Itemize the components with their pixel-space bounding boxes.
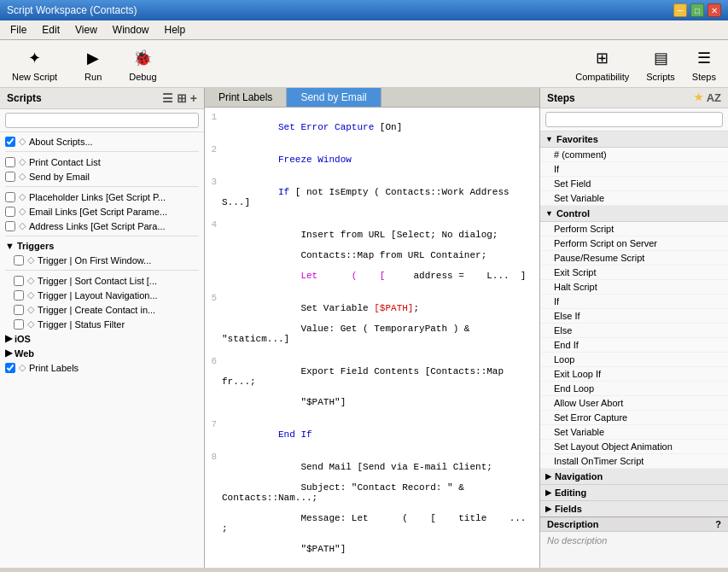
menu-item-edit[interactable]: Edit <box>35 22 67 38</box>
compatibility-button[interactable]: ⊞ Compatibility <box>570 43 634 85</box>
step-comment[interactable]: # (comment) <box>540 148 728 162</box>
main-container: Scripts ☰ ⊞ + ◇ About Scripts... ◇ Print… <box>0 88 728 568</box>
steps-button[interactable]: ☰ Steps <box>687 43 721 85</box>
scripts-add-icon[interactable]: + <box>190 91 197 105</box>
step-perform-script[interactable]: Perform Script <box>540 222 728 236</box>
step-perform-script-server[interactable]: Perform Script on Server <box>540 236 728 251</box>
step-allow-user-abort[interactable]: Allow User Abort <box>540 396 728 411</box>
scripts-search-input[interactable] <box>5 113 199 128</box>
script-group-web[interactable]: ▶ Web <box>0 346 204 360</box>
description-header: Description ? <box>540 517 728 532</box>
menu-item-help[interactable]: Help <box>158 22 193 38</box>
step-set-variable-fav[interactable]: Set Variable <box>540 191 728 206</box>
script-item-placeholder[interactable]: ◇ Placeholder Links [Get Script P... <box>0 190 204 204</box>
script-checkbox-trigger-sort[interactable] <box>14 276 24 286</box>
category-editing[interactable]: ▶ Editing <box>540 485 728 501</box>
script-item-about[interactable]: ◇ About Scripts... <box>0 134 204 149</box>
menu-item-view[interactable]: View <box>68 22 104 38</box>
script-label-email-links: Email Links [Get Script Parame... <box>29 207 167 217</box>
script-checkbox-about[interactable] <box>5 137 15 147</box>
code-line-5: 5 Set Variable [$PATH]; Value: Get ( Tem… <box>205 292 539 355</box>
tab-print-labels[interactable]: Print Labels <box>205 88 287 107</box>
step-end-if[interactable]: End If <box>540 338 728 353</box>
script-item-address-links[interactable]: ◇ Address Links [Get Script Para... <box>0 219 204 233</box>
star-icon[interactable]: ★ <box>694 91 703 104</box>
scripts-panel-title: Scripts <box>7 92 42 104</box>
script-group-triggers[interactable]: ▼ Triggers <box>0 239 204 253</box>
step-halt-script[interactable]: Halt Script <box>540 280 728 295</box>
scripts-label: Scripts <box>646 72 675 82</box>
run-button[interactable]: ▶ Run <box>76 43 110 85</box>
code-line-3: 3 If [ not IsEmpty ( Contacts::Work Addr… <box>205 176 539 219</box>
minimize-button[interactable]: ─ <box>673 3 687 17</box>
script-checkbox-email-links[interactable] <box>5 207 15 217</box>
az-sort-icon[interactable]: AZ <box>707 91 721 104</box>
script-checkbox-print-contact[interactable] <box>5 157 15 167</box>
close-button[interactable]: ✕ <box>708 3 721 17</box>
script-label-print-labels: Print Labels <box>29 363 79 373</box>
menu-bar: FileEditViewWindowHelp <box>0 20 728 40</box>
step-if[interactable]: If <box>540 295 728 309</box>
script-item-trigger-status[interactable]: ◇ Trigger | Status Filter <box>0 317 204 331</box>
menu-item-window[interactable]: Window <box>106 22 156 38</box>
script-icon-trigger-sort: ◇ <box>27 275 34 286</box>
category-favorites-label: Favorites <box>556 134 598 144</box>
script-label-send-email: Send by Email <box>29 172 90 182</box>
script-item-trigger-first-window[interactable]: ◇ Trigger | On First Window... <box>0 253 204 267</box>
step-set-variable[interactable]: Set Variable <box>540 425 728 440</box>
step-end-loop[interactable]: End Loop <box>540 382 728 396</box>
step-exit-script[interactable]: Exit Script <box>540 266 728 280</box>
maximize-button[interactable]: □ <box>690 3 704 17</box>
script-item-trigger-create-contact[interactable]: ◇ Trigger | Create Contact in... <box>0 302 204 317</box>
script-checkbox-print-labels[interactable] <box>5 363 15 373</box>
scripts-grid-icon[interactable]: ⊞ <box>177 91 187 105</box>
script-item-print-contact[interactable]: ◇ Print Contact List <box>0 155 204 169</box>
step-install-ontimer[interactable]: Install OnTimer Script <box>540 454 728 469</box>
step-else-if[interactable]: Else If <box>540 309 728 324</box>
script-separator-4 <box>5 270 199 271</box>
step-exit-loop-if[interactable]: Exit Loop If <box>540 367 728 382</box>
script-label-address-links: Address Links [Get Script Para... <box>29 221 166 231</box>
editor-tabs: Print Labels Send by Email <box>205 88 539 108</box>
scripts-list-icon[interactable]: ☰ <box>162 91 173 105</box>
scripts-button[interactable]: ▤ Scripts <box>641 43 680 85</box>
help-icon[interactable]: ? <box>715 519 721 529</box>
code-editor[interactable]: 1 Set Error Capture [On] 2 Freeze Window… <box>205 108 539 568</box>
step-set-layout-object-animation[interactable]: Set Layout Object Animation <box>540 440 728 454</box>
script-checkbox-trigger-create-contact[interactable] <box>14 305 24 315</box>
line-number-9: 9 <box>205 566 222 568</box>
script-group-ios[interactable]: ▶ iOS <box>0 331 204 346</box>
script-checkbox-trigger-layout-nav[interactable] <box>14 290 24 301</box>
category-navigation[interactable]: ▶ Navigation <box>540 469 728 485</box>
script-checkbox-trigger-first-window[interactable] <box>14 255 24 266</box>
step-else[interactable]: Else <box>540 324 728 338</box>
category-navigation-arrow: ▶ <box>545 472 551 481</box>
step-loop[interactable]: Loop <box>540 353 728 367</box>
script-icon-print-contact: ◇ <box>19 156 26 167</box>
script-item-trigger-layout-nav[interactable]: ◇ Trigger | Layout Navigation... <box>0 288 204 302</box>
step-if-fav[interactable]: If <box>540 162 728 177</box>
script-icon-trigger-first-window: ◇ <box>27 254 34 266</box>
script-checkbox-send-email[interactable] <box>5 172 15 182</box>
step-set-field[interactable]: Set Field <box>540 177 728 191</box>
script-icon-trigger-layout-nav: ◇ <box>27 289 34 301</box>
step-set-error-capture[interactable]: Set Error Capture <box>540 411 728 425</box>
category-favorites[interactable]: ▼ Favorites <box>540 131 728 148</box>
script-checkbox-address-links[interactable] <box>5 221 15 231</box>
category-fields[interactable]: ▶ Fields <box>540 501 728 517</box>
line-content-7: End If <box>222 419 539 450</box>
step-pause-resume-script[interactable]: Pause/Resume Script <box>540 251 728 266</box>
tab-send-by-email[interactable]: Send by Email <box>287 88 381 107</box>
script-checkbox-placeholder[interactable] <box>5 192 15 202</box>
menu-item-file[interactable]: File <box>3 22 33 38</box>
debug-button[interactable]: 🐞 Debug <box>124 43 161 85</box>
steps-search-input[interactable] <box>545 112 723 127</box>
script-item-trigger-sort[interactable]: ◇ Trigger | Sort Contact List [... <box>0 273 204 288</box>
script-checkbox-trigger-status[interactable] <box>14 319 24 330</box>
script-item-email-links[interactable]: ◇ Email Links [Get Script Parame... <box>0 204 204 219</box>
script-item-send-email[interactable]: ◇ Send by Email <box>0 169 204 184</box>
category-control[interactable]: ▼ Control <box>540 206 728 222</box>
new-script-button[interactable]: ✦ New Script <box>7 43 62 85</box>
script-item-print-labels[interactable]: ◇ Print Labels <box>0 360 204 375</box>
run-label: Run <box>84 72 102 82</box>
